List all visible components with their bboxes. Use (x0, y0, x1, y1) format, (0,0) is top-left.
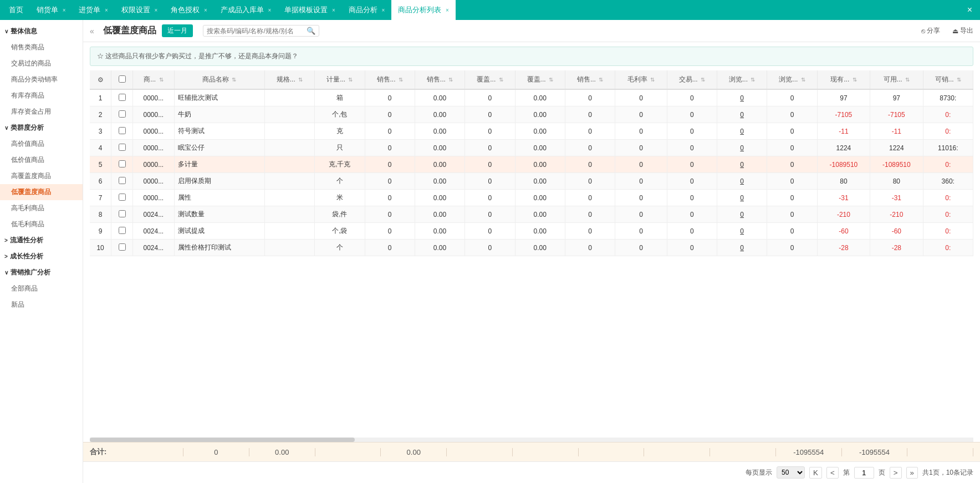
row-code: 0000... (133, 106, 174, 123)
scrollbar-thumb[interactable] (90, 438, 355, 442)
settings-icon[interactable]: ⚙ (98, 76, 104, 84)
row-select-checkbox[interactable] (119, 127, 126, 134)
row-select-checkbox[interactable] (119, 210, 126, 217)
col-current[interactable]: 现有... ⇅ (817, 70, 870, 89)
share-button[interactable]: ⎋ 分享 (921, 26, 940, 35)
sidebar-item-all-goods[interactable]: 全部商品 (0, 281, 83, 297)
sidebar-section-cluster[interactable]: ∨ 类群度分析 (0, 120, 83, 136)
row-name: 测试数量 (174, 206, 264, 223)
row-select-checkbox[interactable] (119, 144, 126, 151)
last-page-btn[interactable]: » (906, 467, 918, 479)
page-number-input[interactable] (854, 467, 874, 479)
sidebar-item-traded-goods[interactable]: 交易过的商品 (0, 55, 83, 72)
col-sellable[interactable]: 可销... ⇅ (923, 70, 973, 89)
row-select-checkbox[interactable] (119, 160, 126, 167)
sidebar-item-high-coverage[interactable]: 高覆盖度商品 (0, 168, 83, 184)
col-browse2[interactable]: 浏览... ⇅ (767, 70, 817, 89)
row-sellable: 0: (923, 106, 973, 123)
row-browse1: 0 (717, 123, 767, 140)
row-name: 牛奶 (174, 106, 264, 123)
nav-close-permission[interactable]: × (155, 7, 158, 13)
search-input[interactable] (207, 27, 307, 35)
col-name[interactable]: 商品名称 ⇅ (174, 70, 264, 89)
nav-close-role[interactable]: × (204, 7, 207, 13)
nav-sales[interactable]: 销货单 × (30, 0, 72, 20)
col-gross[interactable]: 毛利率 ⇅ (615, 70, 667, 89)
nav-analysis[interactable]: 商品分析 × (342, 0, 391, 20)
sidebar-item-low-gross[interactable]: 低毛利商品 (0, 216, 83, 232)
row-browse1: 0 (717, 240, 767, 256)
col-unit[interactable]: 计量... ⇅ (315, 70, 365, 89)
sort-icon-current: ⇅ (853, 77, 857, 83)
row-trade: 0 (667, 156, 717, 173)
sidebar-item-high-gross[interactable]: 高毛利商品 (0, 200, 83, 216)
sidebar-item-sales-goods[interactable]: 销售类商品 (0, 39, 83, 55)
row-select-checkbox[interactable] (119, 94, 126, 101)
nav-permission[interactable]: 权限设置 × (115, 0, 164, 20)
search-icon[interactable]: 🔍 (307, 27, 315, 35)
row-sale-amt: 0.00 (415, 106, 465, 123)
row-cover2: 0.00 (515, 240, 565, 256)
select-all-checkbox[interactable] (119, 75, 126, 83)
footer-empty4 (579, 448, 645, 456)
nav-role[interactable]: 角色授权 × (164, 0, 213, 20)
row-unit: 个,包 (315, 106, 365, 123)
col-spec[interactable]: 规格... ⇅ (264, 70, 314, 89)
col-sale3[interactable]: 销售... ⇅ (565, 70, 615, 89)
sidebar-item-low-coverage[interactable]: 低覆盖度商品 (0, 184, 83, 200)
nav-analysis-list[interactable]: 商品分析列表 × (391, 0, 455, 20)
horizontal-scrollbar[interactable] (90, 438, 973, 442)
row-select-checkbox[interactable] (119, 110, 126, 118)
next-page-btn[interactable]: > (890, 467, 902, 479)
sidebar-item-high-value[interactable]: 高价值商品 (0, 136, 83, 152)
col-code[interactable]: 商... ⇅ (133, 70, 174, 89)
row-name: 多计量 (174, 156, 264, 173)
row-sale-qty: 0 (365, 89, 415, 106)
row-available: 1224 (870, 140, 923, 156)
row-sale3: 0 (565, 123, 615, 140)
col-cover2[interactable]: 覆盖... ⇅ (515, 70, 565, 89)
col-cover1[interactable]: 覆盖... ⇅ (465, 70, 515, 89)
nav-purchase[interactable]: 进货单 × (72, 0, 114, 20)
row-select-checkbox[interactable] (119, 177, 126, 184)
col-available[interactable]: 可用... ⇅ (870, 70, 923, 89)
col-checkbox[interactable] (111, 70, 133, 89)
nav-close-purchase[interactable]: × (105, 7, 108, 13)
first-page-btn[interactable]: K (809, 467, 822, 479)
sidebar-section-overall[interactable]: ∨ 整体信息 (0, 23, 83, 39)
prev-page-btn[interactable]: < (826, 467, 839, 479)
sidebar-item-capital[interactable]: 库存资金占用 (0, 104, 83, 120)
table-container[interactable]: ⚙ 商... ⇅ 商品名称 ⇅ 规格... ⇅ 计量... ⇅ 销售... ⇅ … (83, 70, 980, 438)
col-settings[interactable]: ⚙ (90, 70, 111, 89)
row-select-checkbox[interactable] (119, 227, 126, 234)
nav-close-all[interactable]: × (962, 5, 978, 15)
sidebar-section-marketing[interactable]: ∨ 营销推广分析 (0, 265, 83, 281)
row-code: 0000... (133, 190, 174, 206)
nav-close-analysis-list[interactable]: × (446, 7, 449, 13)
sidebar-section-liquidity[interactable]: > 流通性分析 (0, 232, 83, 248)
nav-product-in[interactable]: 产成品入库单 × (214, 0, 278, 20)
row-browse2: 0 (767, 140, 817, 156)
sidebar-section-growth[interactable]: > 成长性分析 (0, 248, 83, 265)
nav-template[interactable]: 单据模板设置 × (278, 0, 341, 20)
nav-home[interactable]: 首页 (2, 0, 30, 20)
sidebar-item-category-rate[interactable]: 商品分类动销率 (0, 72, 83, 88)
col-trade[interactable]: 交易... ⇅ (667, 70, 717, 89)
page-size-select[interactable]: 20 50 100 (777, 466, 805, 479)
row-select-checkbox[interactable] (119, 243, 126, 251)
nav-close-product-in[interactable]: × (268, 7, 272, 13)
nav-close-template[interactable]: × (332, 7, 335, 13)
col-browse1[interactable]: 浏览... ⇅ (717, 70, 767, 89)
filter-period-btn[interactable]: 近一月 (162, 24, 193, 37)
sidebar-item-in-stock[interactable]: 有库存商品 (0, 88, 83, 104)
sidebar-collapse-btn[interactable]: « (90, 27, 94, 35)
nav-close-analysis[interactable]: × (381, 7, 385, 13)
sidebar-item-low-value[interactable]: 低价值商品 (0, 152, 83, 168)
col-sale-qty[interactable]: 销售... ⇅ (365, 70, 415, 89)
row-select-checkbox[interactable] (119, 194, 126, 201)
nav-close-sales[interactable]: × (63, 7, 66, 13)
export-button[interactable]: ⏏ 导出 (952, 26, 973, 35)
sidebar-item-new-goods[interactable]: 新品 (0, 297, 83, 313)
col-sale-amt[interactable]: 销售... ⇅ (415, 70, 465, 89)
row-sale-amt: 0.00 (415, 123, 465, 140)
